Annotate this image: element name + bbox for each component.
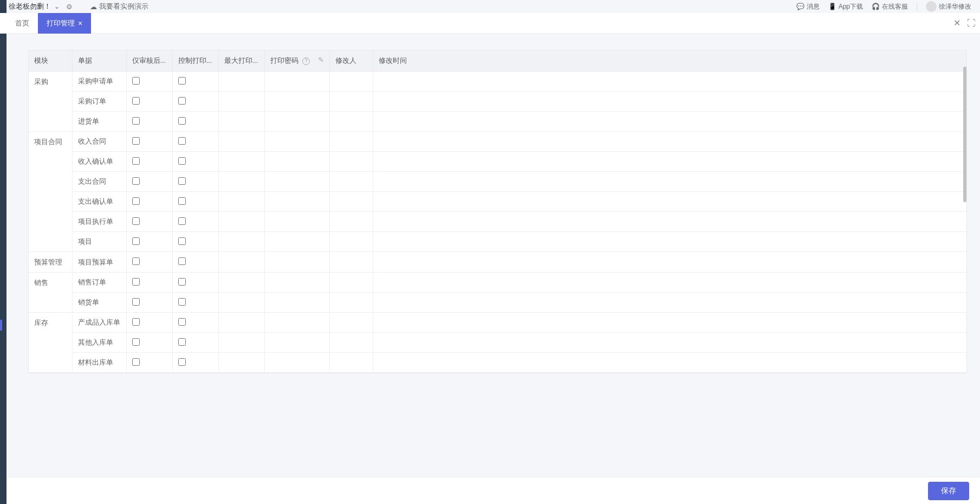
max-print-cell[interactable] (218, 313, 264, 333)
password-cell[interactable] (264, 232, 329, 252)
app-download-link[interactable]: 📱 App下载 (828, 2, 863, 11)
approve-checkbox[interactable] (132, 298, 140, 306)
password-cell[interactable] (264, 353, 329, 373)
control-checkbox[interactable] (178, 117, 186, 125)
control-checkbox[interactable] (178, 77, 186, 85)
doc-cell: 收入确认单 (72, 152, 126, 172)
max-print-cell[interactable] (218, 232, 264, 252)
max-print-cell[interactable] (218, 72, 264, 92)
control-checkbox[interactable] (178, 257, 186, 265)
password-cell[interactable] (264, 313, 329, 333)
password-cell[interactable] (264, 172, 329, 192)
modify-time-cell (373, 172, 966, 192)
user-menu[interactable]: 徐泽华修改 (926, 1, 971, 12)
max-print-cell[interactable] (218, 353, 264, 373)
control-checkbox[interactable] (178, 298, 186, 306)
approve-checkbox[interactable] (132, 338, 140, 346)
control-checkbox[interactable] (178, 137, 186, 145)
approve-checkbox[interactable] (132, 77, 140, 85)
demo-label: 我要看实例演示 (99, 2, 148, 11)
close-all-icon[interactable]: ✕ (953, 18, 960, 28)
modify-time-cell (373, 92, 966, 112)
header-pwd-label: 打印密码 (270, 56, 298, 64)
max-print-cell[interactable] (218, 192, 264, 212)
checkbox-cell (172, 353, 218, 373)
approve-checkbox[interactable] (132, 97, 140, 105)
password-cell[interactable] (264, 92, 329, 112)
company-name: 徐老板勿删！ (9, 2, 51, 11)
max-print-cell[interactable] (218, 112, 264, 132)
table-row: 项目 (29, 232, 966, 252)
messages-label: 消息 (807, 2, 820, 11)
demo-link[interactable]: ☁ 我要看实例演示 (90, 2, 148, 11)
max-print-cell[interactable] (218, 132, 264, 152)
modifier-cell (329, 313, 373, 333)
approve-checkbox[interactable] (132, 177, 140, 185)
approve-checkbox[interactable] (132, 278, 140, 286)
support-link[interactable]: 🎧 在线客服 (872, 2, 908, 11)
control-checkbox[interactable] (178, 157, 186, 165)
password-cell[interactable] (264, 72, 329, 92)
control-checkbox[interactable] (178, 318, 186, 326)
max-print-cell[interactable] (218, 152, 264, 172)
max-print-cell[interactable] (218, 293, 264, 313)
approve-checkbox[interactable] (132, 318, 140, 326)
help-icon[interactable]: ? (302, 57, 310, 65)
chevron-down-icon: ⌄ (54, 3, 60, 10)
password-cell[interactable] (264, 273, 329, 293)
max-print-cell[interactable] (218, 333, 264, 353)
gear-icon[interactable]: ⚙ (66, 3, 73, 11)
password-cell[interactable] (264, 132, 329, 152)
scrollbar[interactable] (963, 67, 966, 202)
approve-checkbox[interactable] (132, 157, 140, 165)
approve-checkbox[interactable] (132, 137, 140, 145)
table-row: 预算管理项目预算单 (29, 252, 966, 273)
password-cell[interactable] (264, 252, 329, 273)
control-checkbox[interactable] (178, 217, 186, 225)
control-checkbox[interactable] (178, 278, 186, 286)
messages-link[interactable]: 💬 消息 (796, 2, 820, 11)
control-checkbox[interactable] (178, 177, 186, 185)
modify-time-cell (373, 273, 966, 293)
edit-icon[interactable]: ✎ (318, 56, 324, 64)
password-cell[interactable] (264, 212, 329, 232)
control-checkbox[interactable] (178, 237, 186, 245)
approve-checkbox[interactable] (132, 257, 140, 265)
approve-checkbox[interactable] (132, 237, 140, 245)
max-print-cell[interactable] (218, 273, 264, 293)
approve-checkbox[interactable] (132, 358, 140, 366)
fullscreen-icon[interactable]: ⛶ (967, 18, 976, 28)
table-row: 支出合同 (29, 172, 966, 192)
control-checkbox[interactable] (178, 97, 186, 105)
checkbox-cell (126, 333, 172, 353)
control-checkbox[interactable] (178, 358, 186, 366)
checkbox-cell (172, 333, 218, 353)
modify-time-cell (373, 313, 966, 333)
password-cell[interactable] (264, 152, 329, 172)
max-print-cell[interactable] (218, 212, 264, 232)
max-print-cell[interactable] (218, 92, 264, 112)
checkbox-cell (126, 92, 172, 112)
approve-checkbox[interactable] (132, 217, 140, 225)
max-print-cell[interactable] (218, 252, 264, 273)
password-cell[interactable] (264, 293, 329, 313)
tab-home[interactable]: 首页 (7, 13, 38, 34)
avatar (926, 1, 937, 12)
checkbox-cell (126, 232, 172, 252)
control-checkbox[interactable] (178, 197, 186, 205)
approve-checkbox[interactable] (132, 117, 140, 125)
close-icon[interactable]: × (78, 19, 82, 28)
control-checkbox[interactable] (178, 338, 186, 346)
checkbox-cell (172, 293, 218, 313)
password-cell[interactable] (264, 112, 329, 132)
max-print-cell[interactable] (218, 172, 264, 192)
header-modifier: 修改人 (329, 50, 373, 72)
password-cell[interactable] (264, 333, 329, 353)
tab-print-management[interactable]: 打印管理 × (38, 13, 91, 34)
company-selector[interactable]: 徐老板勿删！ ⌄ (9, 2, 60, 11)
checkbox-cell (172, 172, 218, 192)
print-settings-table: 模块 单据 仅审核后... 控制打印... 最大打印... 打印密码 ? ✎ 修… (28, 50, 967, 373)
approve-checkbox[interactable] (132, 197, 140, 205)
password-cell[interactable] (264, 192, 329, 212)
modifier-cell (329, 333, 373, 353)
